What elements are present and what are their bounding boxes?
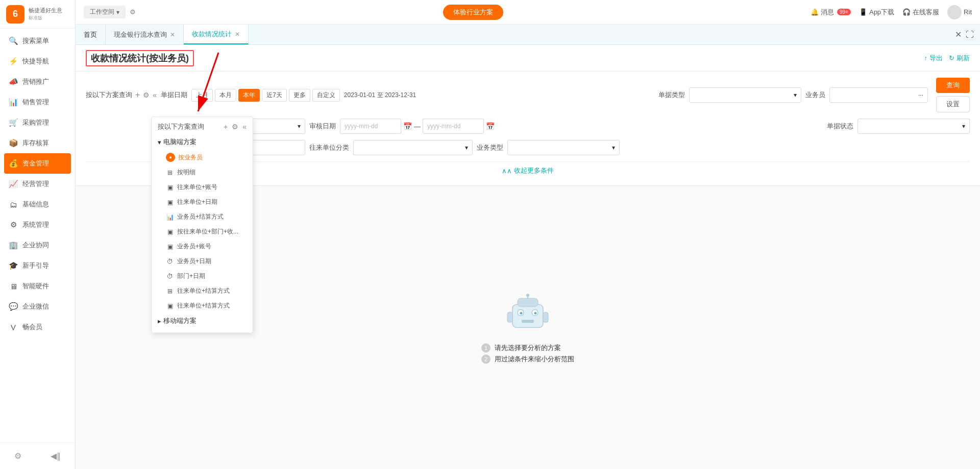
scheme-add-btn[interactable]: + <box>135 90 140 100</box>
sidebar-label-member: 畅会员 <box>22 322 42 332</box>
settings-btn[interactable]: 设置 <box>936 96 970 112</box>
sidebar-item-finance[interactable]: 💰资金管理 <box>4 153 71 174</box>
sidebar-item-basic[interactable]: 🗂基础信息 <box>0 194 75 215</box>
tab-bank-close[interactable]: ✕ <box>170 31 175 38</box>
sidebar-bottom: ⚙ ◀‖ <box>0 442 75 469</box>
query-btn[interactable]: 查询 <box>936 78 970 93</box>
notification-btn[interactable]: 🔔 消息 99+ <box>811 8 851 17</box>
scheme-panel-header: 按以下方案查询 + ⚙ « <box>152 117 253 134</box>
sidebar-item-member[interactable]: V畅会员 <box>0 317 75 337</box>
newguide-icon: 🎓 <box>8 261 18 271</box>
tab-home[interactable]: 首页 <box>76 25 106 44</box>
topbar-settings-icon[interactable]: ⚙ <box>130 8 136 16</box>
date-btn-7days[interactable]: 近7天 <box>262 89 287 102</box>
scheme-item-dept-date[interactable]: ⏱ 部门+日期 <box>152 269 253 284</box>
sidebar-item-sales[interactable]: 📊销售管理 <box>0 92 75 112</box>
tab-receipts[interactable]: 收款情况统计 ✕ <box>184 25 249 44</box>
page-header: 收款情况统计(按业务员) ↑ 导出 ↻ 刷新 <box>76 45 980 72</box>
empty-state: 1 请先选择要分析的方案 2 用过滤条件来缩小分析范围 <box>481 289 574 366</box>
online-service-btn[interactable]: 🎧 在线客服 <box>902 8 939 17</box>
business-type-select[interactable]: ▾ <box>507 140 620 155</box>
app-download-btn[interactable]: 📱 App下载 <box>859 8 894 17</box>
salesperson-select[interactable]: ··· <box>829 87 928 103</box>
scheme-active-indicator: ● <box>166 153 175 162</box>
topbar: 工作空间 ▾ ⚙ 体验行业方案 🔔 消息 99+ 📱 App下载 🎧 在线客服 <box>76 0 980 25</box>
salesperson-group: 业务员 ··· <box>805 87 928 103</box>
review-date-icon2[interactable]: 📅 <box>486 122 495 130</box>
scheme-collapse-btn[interactable]: « <box>153 91 157 99</box>
review-date-end[interactable]: yyyy-mm-dd <box>423 119 484 134</box>
scheme-item-salesperson-settlement[interactable]: 📊 业务员+结算方式 <box>152 209 253 224</box>
scheme-partner-date-label: 往来单位+日期 <box>177 198 217 206</box>
purchase-icon: 🛒 <box>8 118 18 128</box>
sidebar-item-operation[interactable]: 📈经营管理 <box>0 174 75 194</box>
empty-step-2: 2 用过滤条件来缩小分析范围 <box>481 355 574 364</box>
svg-rect-11 <box>507 312 512 322</box>
scheme-item-partner-settlement2[interactable]: ▣ 往来单位+结算方式 <box>152 298 253 313</box>
sidebar-label-operation: 经营管理 <box>22 179 49 189</box>
sidebar-item-quicknav[interactable]: ⚡快捷导航 <box>0 51 75 72</box>
refresh-btn[interactable]: ↻ 刷新 <box>949 54 970 63</box>
quicknav-icon: ⚡ <box>8 56 18 66</box>
scheme-item-partner-dept[interactable]: ▣ 按往来单位+部门+收... <box>152 224 253 239</box>
sidebar-item-marketing[interactable]: 📣营销推广 <box>0 72 75 92</box>
sidebar-item-newguide[interactable]: 🎓新手引导 <box>0 255 75 276</box>
sidebar-collapse-btn[interactable]: ◀‖ <box>46 447 65 465</box>
doc-status-select[interactable]: ▾ <box>857 119 970 134</box>
sidebar-label-enterprise: 企业协同 <box>22 241 49 250</box>
sidebar-item-purchase[interactable]: 🛒采购管理 <box>0 112 75 133</box>
scheme-partner-settlement2-icon: ▣ <box>166 302 174 310</box>
scheme-item-partner-account[interactable]: ▣ 往来单位+账号 <box>152 180 253 195</box>
sidebar-item-inventory[interactable]: 📦库存核算 <box>0 133 75 153</box>
date-btn-more[interactable]: 更多 <box>289 89 310 102</box>
trial-btn[interactable]: 体验行业方案 <box>443 5 503 20</box>
export-btn[interactable]: ↑ 导出 <box>924 54 943 63</box>
scheme-item-by-salesperson[interactable]: ● 按业务员 <box>152 150 253 165</box>
logo-badge: 标准版 <box>29 15 62 21</box>
user-avatar[interactable]: Rit <box>947 5 972 19</box>
review-date-start[interactable]: yyyy-mm-dd <box>340 119 401 134</box>
scheme-mobile-title[interactable]: ▸ 移动端方案 <box>152 313 253 329</box>
scheme-pc-title[interactable]: ▾ 电脑端方案 <box>152 134 253 150</box>
scheme-item-partner-date[interactable]: ▣ 往来单位+日期 <box>152 195 253 209</box>
sidebar-item-enterprise[interactable]: 🏢企业协同 <box>0 235 75 255</box>
date-btn-this-year[interactable]: 本年 <box>238 89 260 102</box>
scheme-salesperson-account-label: 业务员+账号 <box>177 242 211 251</box>
scheme-collapse-icon[interactable]: « <box>242 123 247 131</box>
wechat-icon: 💬 <box>8 301 18 312</box>
scheme-item-by-detail[interactable]: ⊞ 按明细 <box>152 165 253 180</box>
tab-bank[interactable]: 现金银行流水查询 ✕ <box>106 25 184 44</box>
date-btn-group: 上月 本月 本年 近7天 更多 自定义 <box>191 89 340 102</box>
partner-classification-select[interactable]: ▾ <box>353 140 473 155</box>
date-btn-last-month[interactable]: 上月 <box>191 89 213 102</box>
tab-receipts-close[interactable]: ✕ <box>235 31 240 38</box>
scheme-item-salesperson-date[interactable]: ⏱ 业务员+日期 <box>152 254 253 269</box>
filter-row-1: 按以下方案查询 + ⚙ « 单据日期 上月 本月 本年 近7天 更多 自定义 <box>86 78 970 112</box>
scheme-salesperson-settlement-label: 业务员+结算方式 <box>177 213 224 221</box>
sidebar-settings-btn[interactable]: ⚙ <box>10 447 26 465</box>
partner-classification-label: 往来单位分类 <box>309 143 349 152</box>
sidebar-item-wechat[interactable]: 💬企业微信 <box>0 296 75 317</box>
review-date-icon1[interactable]: 📅 <box>403 122 412 130</box>
date-btn-custom[interactable]: 自定义 <box>312 89 340 102</box>
workspace-selector[interactable]: 工作空间 ▾ <box>84 6 126 18</box>
sidebar-label-search: 搜索菜单 <box>22 36 49 45</box>
scheme-item-partner-settlement1[interactable]: ⊞ 往来单位+结算方式 <box>152 284 253 298</box>
tab-fullscreen-btn[interactable]: ⛶ <box>966 30 974 39</box>
doc-type-select[interactable]: ▾ <box>689 87 801 103</box>
sidebar-item-hardware[interactable]: 🖥智能硬件 <box>0 276 75 296</box>
step-1-text: 请先选择要分析的方案 <box>495 343 561 353</box>
scheme-item-salesperson-account[interactable]: ▣ 业务员+账号 <box>152 239 253 254</box>
scheme-label: 按以下方案查询 <box>86 90 132 100</box>
doc-type-group: 单据类型 ▾ <box>658 87 801 103</box>
scheme-settings-btn[interactable]: ⚙ <box>143 91 150 99</box>
sidebar-item-system[interactable]: ⚙系统管理 <box>0 215 75 235</box>
svg-rect-12 <box>543 312 548 322</box>
sidebar-item-search[interactable]: 🔍搜索菜单 <box>0 31 75 51</box>
date-btn-this-month[interactable]: 本月 <box>215 89 236 102</box>
avatar <box>947 5 962 19</box>
empty-step-1: 1 请先选择要分析的方案 <box>481 343 574 353</box>
tab-close-all-btn[interactable]: ✕ <box>955 30 962 39</box>
scheme-add-icon[interactable]: + <box>224 123 228 131</box>
scheme-settings-icon[interactable]: ⚙ <box>232 123 238 131</box>
